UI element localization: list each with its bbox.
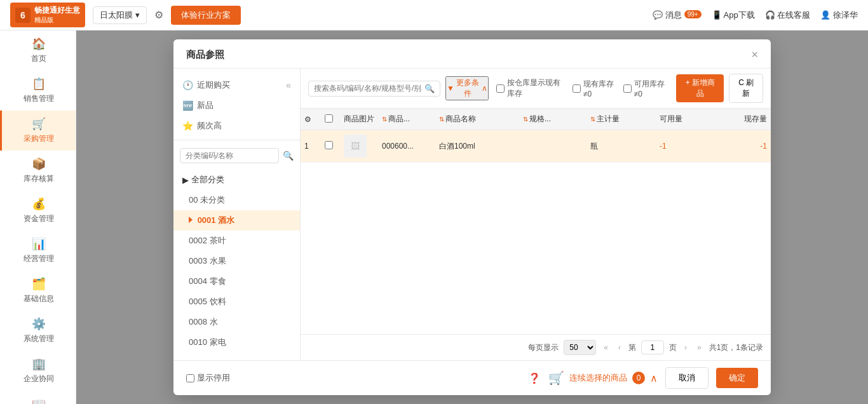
per-page-select[interactable]: 50 10 20 100 bbox=[564, 340, 596, 355]
sidebar-item-finance[interactable]: 💰 资金管理 bbox=[0, 191, 76, 231]
sidebar-item-guide[interactable]: 📖 新手引导 bbox=[0, 391, 76, 404]
category-0001[interactable]: 0001 酒水 bbox=[173, 210, 300, 231]
th-code[interactable]: ⇅ 商品... bbox=[378, 109, 435, 130]
modal-close-button[interactable]: × bbox=[751, 48, 758, 62]
th-spec[interactable]: ⇅ 规格... bbox=[519, 109, 587, 130]
all-category-item[interactable]: ▶ 全部分类 bbox=[173, 170, 300, 190]
th-unit[interactable]: ⇅ 主计量 bbox=[587, 109, 656, 130]
stock-nonzero-checkbox[interactable]: 现有库存≠0 bbox=[573, 79, 616, 98]
select-all-checkbox[interactable] bbox=[325, 114, 333, 123]
more-filter-button[interactable]: ▼ 更多条件 ∧ bbox=[445, 76, 489, 100]
show-disabled-check[interactable] bbox=[186, 374, 194, 382]
sidebar-item-enterprise[interactable]: 🏢 企业协同 bbox=[0, 351, 76, 391]
freq-high-item[interactable]: ⭐ 频次高 bbox=[173, 116, 300, 136]
sidebar-item-sales[interactable]: 📋 销售管理 bbox=[0, 71, 76, 111]
category-00[interactable]: 00 未分类 bbox=[173, 190, 300, 210]
brand-subtitle: 精品版 bbox=[34, 16, 80, 25]
product-table: ⚙ 商品图片 ⇅ 商品... bbox=[301, 109, 771, 163]
image-placeholder-icon: 🖼 bbox=[351, 141, 360, 151]
product-reference-modal: 商品参照 × 🕐 近期购买 « 🆕 新品 ⭐ 频次高 bbox=[173, 39, 771, 395]
inventory-icon: 📦 bbox=[32, 157, 46, 171]
app-download-btn[interactable]: 📱 App下载 bbox=[712, 10, 755, 21]
td-stock: -1 bbox=[713, 130, 771, 163]
category-0002[interactable]: 0002 茶叶 bbox=[173, 231, 300, 251]
left-panel: 🕐 近期购买 « 🆕 新品 ⭐ 频次高 🔍 bbox=[173, 69, 301, 360]
sidebar-item-system[interactable]: ⚙️ 系统管理 bbox=[0, 311, 76, 351]
product-search-icon[interactable]: 🔍 bbox=[424, 84, 435, 93]
prev-page-button[interactable]: ‹ bbox=[616, 342, 623, 353]
new-product-item[interactable]: 🆕 新品 bbox=[173, 95, 300, 116]
star-icon: ⭐ bbox=[182, 121, 193, 131]
user-profile[interactable]: 👤 徐泽华 bbox=[820, 10, 858, 21]
th-name[interactable]: ⇅ 商品名称 bbox=[435, 109, 519, 130]
add-product-button[interactable]: + 新增商品 bbox=[676, 74, 724, 102]
td-available: -1 bbox=[656, 130, 714, 163]
modal-body: 🕐 近期购买 « 🆕 新品 ⭐ 频次高 🔍 bbox=[173, 69, 771, 360]
first-page-button[interactable]: « bbox=[601, 342, 611, 353]
td-check[interactable] bbox=[321, 130, 340, 163]
row-checkbox[interactable] bbox=[325, 141, 333, 149]
sidebar-item-operation[interactable]: 📊 经营管理 bbox=[0, 231, 76, 271]
modal-header: 商品参照 × bbox=[173, 39, 771, 69]
th-settings[interactable]: ⚙ bbox=[301, 109, 321, 130]
sidebar-item-inventory[interactable]: 📦 库存核算 bbox=[0, 151, 76, 191]
home-icon: 🏠 bbox=[32, 37, 46, 51]
category-0003[interactable]: 0003 水果 bbox=[173, 251, 300, 271]
store-selector[interactable]: 日太阳膜 ▾ bbox=[93, 6, 147, 24]
last-page-button[interactable]: » bbox=[695, 342, 704, 353]
basic-icon: 🗂️ bbox=[32, 277, 46, 291]
category-0010[interactable]: 0010 家电 bbox=[173, 332, 300, 353]
spec-sort: ⇅ 规格... bbox=[523, 114, 551, 125]
warehouse-stock-check[interactable] bbox=[496, 84, 505, 93]
toolbar: 🔍 ▼ 更多条件 ∧ 按仓库显示现有库存 现 bbox=[301, 69, 771, 109]
message-btn[interactable]: 💬 消息 99+ bbox=[653, 10, 701, 21]
user-name: 徐泽华 bbox=[833, 10, 858, 20]
cancel-button[interactable]: 取消 bbox=[665, 367, 709, 389]
help-icon[interactable]: ❓ bbox=[528, 372, 541, 384]
cart-expand-icon[interactable]: ∧ bbox=[650, 372, 658, 384]
logo-area: 6 畅捷通好生意 精品版 bbox=[10, 3, 85, 27]
show-disabled-label: 显示停用 bbox=[197, 372, 230, 384]
freq-label: 频次高 bbox=[197, 120, 222, 131]
topnav-center: 日太阳膜 ▾ ⚙ 体验行业方案 bbox=[93, 6, 645, 25]
table-row[interactable]: 1 🖼 000600... 白酒100ml 瓶 bbox=[301, 130, 771, 163]
show-disabled-checkbox[interactable]: 显示停用 bbox=[186, 372, 230, 384]
sidebar-label-basic: 基础信息 bbox=[24, 293, 54, 304]
th-available: 可用量 bbox=[656, 109, 714, 130]
online-service-btn[interactable]: 🎧 在线客服 bbox=[765, 10, 811, 21]
recent-purchase-item[interactable]: 🕐 近期购买 « bbox=[173, 75, 300, 95]
sidebar-item-purchase[interactable]: 🛒 采购管理 bbox=[0, 111, 76, 151]
per-page-label: 每页显示 bbox=[528, 342, 559, 353]
collapse-icon[interactable]: « bbox=[286, 80, 291, 90]
sidebar-label-operation: 经营管理 bbox=[24, 253, 54, 264]
sidebar-item-basic[interactable]: 🗂️ 基础信息 bbox=[0, 271, 76, 311]
recent-label: 近期购买 bbox=[197, 79, 230, 91]
category-search-row: 🔍 bbox=[173, 144, 300, 167]
available-nonzero-check[interactable] bbox=[623, 84, 632, 93]
th-image: 商品图片 bbox=[340, 109, 378, 130]
filter-arrow-icon: ∧ bbox=[482, 84, 487, 93]
try-button[interactable]: 体验行业方案 bbox=[171, 6, 241, 25]
warehouse-stock-label: 按仓库显示现有库存 bbox=[507, 77, 565, 99]
available-nonzero-checkbox[interactable]: 可用库存≠0 bbox=[623, 79, 667, 98]
divider bbox=[173, 140, 300, 140]
category-0008[interactable]: 0008 水 bbox=[173, 312, 300, 332]
category-search-icon[interactable]: 🔍 bbox=[283, 151, 294, 161]
sidebar-item-home[interactable]: 🏠 首页 bbox=[0, 30, 76, 71]
sidebar: 🏠 首页 📋 销售管理 🛒 采购管理 📦 库存核算 💰 资金管理 📊 经营管理 … bbox=[0, 30, 76, 404]
product-search-box: 🔍 bbox=[308, 81, 440, 97]
confirm-button[interactable]: 确定 bbox=[716, 368, 758, 388]
td-image: 🖼 bbox=[340, 130, 378, 163]
page-number-input[interactable] bbox=[641, 340, 664, 354]
product-search-input[interactable] bbox=[314, 84, 422, 93]
next-page-button[interactable]: › bbox=[682, 342, 689, 353]
category-0005[interactable]: 0005 饮料 bbox=[173, 292, 300, 312]
gear-icon[interactable]: ⚙ bbox=[154, 9, 163, 21]
new-icon: 🆕 bbox=[182, 100, 193, 111]
refresh-button[interactable]: C 刷新 bbox=[729, 74, 763, 103]
warehouse-stock-checkbox[interactable]: 按仓库显示现有库存 bbox=[496, 77, 565, 99]
category-0004[interactable]: 0004 零食 bbox=[173, 271, 300, 292]
stock-nonzero-check[interactable] bbox=[573, 84, 581, 93]
category-search-input[interactable] bbox=[180, 148, 279, 163]
td-spec bbox=[519, 130, 587, 163]
